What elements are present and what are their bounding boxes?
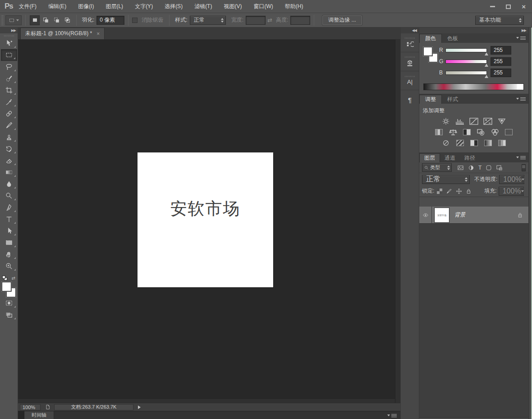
dock-header[interactable]: ◀◀: [401, 28, 419, 33]
hue-saturation-icon[interactable]: [434, 128, 444, 136]
timeline-menu-icon[interactable]: [387, 414, 397, 417]
gradient-tool[interactable]: [1, 166, 17, 178]
slider-thumb-icon[interactable]: [485, 52, 488, 55]
intersect-selection-button[interactable]: [62, 15, 72, 25]
filter-type-dropdown[interactable]: 类型: [422, 163, 452, 172]
maximize-button[interactable]: [506, 5, 511, 9]
green-value-input[interactable]: 255: [491, 57, 511, 66]
horizontal-type-tool[interactable]: [1, 213, 17, 225]
posterize-icon[interactable]: [455, 139, 465, 147]
tab-styles[interactable]: 样式: [442, 95, 463, 104]
menu-file[interactable]: 文件(F): [13, 0, 42, 13]
default-colors-icon[interactable]: [2, 276, 7, 281]
refine-edge-button[interactable]: 调整边缘 ...: [322, 15, 362, 25]
lasso-tool[interactable]: [1, 61, 17, 73]
blend-mode-dropdown[interactable]: 正常: [422, 175, 470, 184]
invert-icon[interactable]: [441, 139, 451, 147]
menu-layer[interactable]: 图层(L): [100, 0, 129, 13]
color-spectrum-ramp[interactable]: [423, 83, 524, 90]
document-size-info[interactable]: 文档:263.7 K/263.7K: [54, 404, 133, 410]
menu-type[interactable]: 文字(Y): [129, 0, 159, 13]
threshold-icon[interactable]: [469, 139, 479, 147]
fill-dropdown[interactable]: 100%: [499, 187, 524, 196]
color-lookup-icon[interactable]: [504, 128, 514, 136]
lock-transparency-icon[interactable]: [437, 189, 442, 194]
foreground-color-swatch[interactable]: [423, 47, 432, 56]
workspace-switcher[interactable]: 基本功能: [475, 16, 524, 25]
path-selection-tool[interactable]: [1, 225, 17, 237]
hand-tool[interactable]: [1, 249, 17, 260]
menu-view[interactable]: 视图(V): [218, 0, 248, 13]
channel-mixer-icon[interactable]: [490, 128, 500, 136]
layer-visibility-cell[interactable]: [419, 207, 432, 224]
selective-color-icon[interactable]: [497, 139, 507, 147]
tool-preset-picker[interactable]: [5, 15, 22, 25]
tab-layers[interactable]: 图层: [419, 153, 440, 162]
slider-thumb-icon[interactable]: [485, 75, 488, 78]
blur-tool[interactable]: [1, 178, 17, 190]
eraser-tool[interactable]: [1, 155, 17, 166]
history-brush-tool[interactable]: [1, 143, 17, 155]
crop-tool[interactable]: [1, 84, 17, 96]
zoom-level-input[interactable]: 100%: [20, 404, 41, 410]
filter-pixel-layers-icon[interactable]: [457, 165, 464, 171]
tab-color[interactable]: 颜色: [419, 34, 442, 43]
slider-thumb-icon[interactable]: [485, 64, 488, 67]
minimize-button[interactable]: [490, 6, 495, 7]
document-tab[interactable]: 未标题-1 @ 100%(RGB/8) * ×: [20, 28, 105, 39]
dodge-tool[interactable]: [1, 190, 17, 202]
history-panel-button[interactable]: [401, 33, 419, 52]
zoom-tool[interactable]: [1, 260, 17, 272]
green-slider[interactable]: [445, 60, 487, 64]
paragraph-panel-button[interactable]: ¶: [401, 90, 419, 109]
brush-tool[interactable]: [1, 120, 17, 131]
vertical-scrollbar[interactable]: [395, 40, 400, 403]
tools-panel-header[interactable]: ▶▶: [0, 28, 18, 33]
filter-type-layers-icon[interactable]: T: [478, 165, 482, 171]
filter-adjustment-layers-icon[interactable]: [468, 165, 474, 171]
panels-top-bar[interactable]: ▶▶: [419, 28, 528, 33]
layer-row-background[interactable]: 安软市场 背景: [419, 207, 528, 224]
add-to-selection-button[interactable]: [41, 15, 50, 25]
canvas-viewport[interactable]: 安软市场: [18, 40, 400, 403]
color-balance-icon[interactable]: [448, 128, 458, 136]
foreground-color-swatch[interactable]: [2, 282, 11, 291]
tab-adjustments[interactable]: 调整: [419, 95, 442, 104]
opacity-dropdown[interactable]: 100%: [499, 175, 524, 184]
subtract-from-selection-button[interactable]: [51, 15, 61, 25]
menu-edit[interactable]: 编辑(E): [42, 0, 72, 13]
gradient-map-icon[interactable]: [483, 139, 493, 147]
blue-value-input[interactable]: 255: [491, 69, 511, 77]
layer-thumbnail[interactable]: 安软市场: [435, 208, 449, 222]
swap-dimensions-icon[interactable]: ⇄: [267, 17, 272, 23]
timeline-tab[interactable]: 时间轴: [24, 411, 54, 419]
tab-channels[interactable]: 通道: [440, 153, 460, 162]
quick-selection-tool[interactable]: [1, 73, 17, 84]
document-canvas[interactable]: 安软市场: [138, 152, 273, 287]
tab-paths[interactable]: 路径: [460, 153, 480, 162]
antialias-checkbox[interactable]: [132, 18, 138, 23]
photo-filter-icon[interactable]: [476, 128, 486, 136]
lock-position-icon[interactable]: [456, 188, 462, 194]
move-tool[interactable]: [1, 37, 17, 49]
width-input[interactable]: [246, 16, 266, 25]
red-slider[interactable]: [445, 48, 487, 52]
quick-mask-button[interactable]: [1, 297, 17, 309]
close-document-icon[interactable]: ×: [96, 31, 100, 37]
pen-tool[interactable]: [1, 202, 17, 213]
vibrance-icon[interactable]: [497, 117, 507, 125]
color-panel-menu-icon[interactable]: [516, 36, 526, 40]
lock-all-icon[interactable]: [466, 188, 472, 194]
filter-shape-layers-icon[interactable]: [486, 165, 492, 171]
filter-smart-objects-icon[interactable]: [496, 165, 503, 171]
layers-panel-menu-icon[interactable]: [516, 156, 526, 159]
style-dropdown[interactable]: 正常: [190, 16, 226, 25]
menu-image[interactable]: 图像(I): [72, 0, 100, 13]
clone-stamp-tool[interactable]: [1, 131, 17, 143]
properties-panel-button[interactable]: [401, 52, 419, 71]
blue-slider[interactable]: [445, 71, 487, 75]
menu-select[interactable]: 选择(S): [159, 0, 188, 13]
menu-filter[interactable]: 滤镜(T): [188, 0, 218, 13]
horizontal-scrollbar[interactable]: [18, 398, 395, 403]
exposure-icon[interactable]: [483, 117, 493, 125]
